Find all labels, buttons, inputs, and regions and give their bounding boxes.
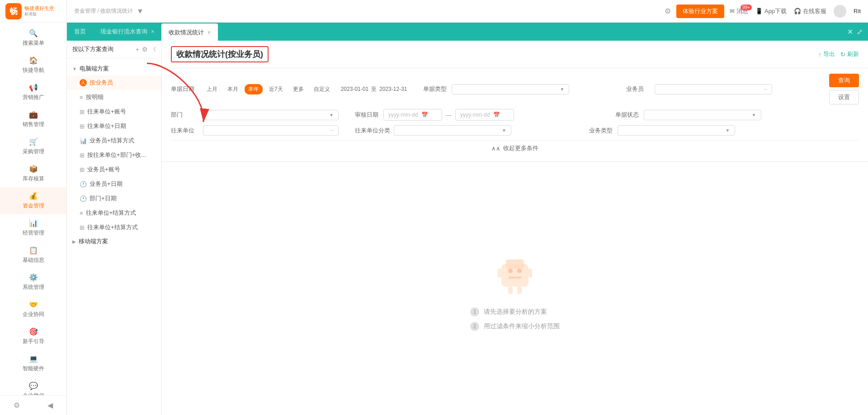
sidebar-item-sales[interactable]: 💼 销售管理	[0, 106, 66, 133]
sidebar-item-quick-nav[interactable]: 🏠 快捷导航	[0, 52, 66, 79]
mobile-arrow-icon: ▶	[72, 239, 76, 244]
unit-payment2-icon: ⊞	[80, 224, 85, 231]
app-download-label: App下载	[764, 7, 787, 15]
tab-home-label: 首页	[74, 28, 86, 36]
sidebar-item-hardware[interactable]: 💻 智能硬件	[0, 350, 66, 377]
sidebar-item-inventory[interactable]: 📦 库存核算	[0, 160, 66, 187]
review-date-start-input[interactable]: yyyy-mm-dd 📅	[383, 109, 442, 121]
sidebar-item-label: 企业协同	[23, 311, 44, 318]
sidebar-item-purchase[interactable]: 🛒 采购管理	[0, 133, 66, 160]
sales-icon: 💼	[29, 110, 38, 119]
partner-category-label: 往来单位分类	[355, 127, 390, 135]
sidebar-item-label: 快捷导航	[23, 66, 44, 74]
user-avatar[interactable]	[834, 5, 846, 18]
page-header: 收款情况统计(按业务员) ↑ 导出 ↻ 刷新	[162, 41, 868, 68]
tab-collection-stat[interactable]: 收款情况统计 ×	[161, 24, 218, 42]
voucher-type-select[interactable]: ▼	[452, 84, 569, 94]
setting-btn[interactable]: 设置	[829, 90, 859, 104]
tab-bank-flow[interactable]: 现金银行流水查询 ×	[93, 23, 161, 41]
tree-item-by-salesperson-payment[interactable]: 📊 业务员+结算方式	[67, 133, 161, 148]
unit-date-icon: ⊞	[80, 123, 85, 130]
app-download-btn[interactable]: 📱 App下载	[755, 7, 787, 15]
dept-label: 部门	[171, 111, 196, 119]
download-icon: 📱	[755, 8, 763, 14]
partner-category-select[interactable]: ▼	[394, 125, 511, 136]
message-btn[interactable]: ✉ 消息 99+	[730, 7, 748, 15]
last-7days-btn[interactable]: 近7天	[265, 84, 287, 94]
guide-icon: 🎯	[29, 327, 38, 336]
salesperson-select[interactable]: ···	[655, 84, 772, 94]
tree-item-by-unit-payment2-label: 往来单位+结算方式	[87, 223, 138, 231]
tab-collection-stat-label: 收款情况统计	[169, 28, 204, 37]
export-btn[interactable]: ↑ 导出	[819, 50, 835, 58]
inventory-icon: 📦	[29, 165, 38, 173]
sidebar-item-system[interactable]: ⚙️ 系统管理	[0, 269, 66, 296]
sidebar-item-marketing[interactable]: 📢 营销推广	[0, 79, 66, 106]
breadcrumb-dropdown-icon[interactable]: ▼	[137, 7, 144, 15]
review-date-end-input[interactable]: yyyy-mm-dd 📅	[455, 109, 514, 121]
this-year-btn[interactable]: 本年	[245, 84, 263, 94]
collapse-more-btn[interactable]: ∧∧ 收起更多条件	[171, 140, 859, 156]
tab-bar: 首页 现金银行流水查询 × 收款情况统计 × ✕ ⤢	[67, 23, 868, 41]
header-actions: ✉ 消息 99+ 📱 App下载 🎧 在线客服 Rit	[730, 5, 861, 18]
window-close-btn[interactable]: ✕	[847, 28, 853, 36]
tree-item-by-unit-payment2[interactable]: ⊞ 往来单位+结算方式	[67, 220, 161, 235]
tab-bank-flow-close[interactable]: ×	[151, 28, 154, 35]
dept-select[interactable]: ▼	[203, 110, 339, 120]
settings-footer-btn[interactable]: ⚙	[14, 401, 20, 410]
tree-item-by-detail[interactable]: ≡ 按明细	[67, 90, 161, 104]
tree-item-by-unit-date[interactable]: ⊞ 往来单位+日期	[67, 119, 161, 133]
empty-state: 1 请先选择要分析的方案 2 用过滤条件来缩小分析范围	[162, 162, 868, 415]
this-month-btn[interactable]: 本月	[224, 84, 242, 94]
tree-item-by-salesperson[interactable]: 人 按业务员	[67, 75, 161, 90]
salesperson-account-icon: ⊞	[80, 166, 85, 173]
unit-payment1-icon: ≡	[80, 210, 83, 217]
search-menu-icon: 🔍	[29, 29, 38, 38]
salesperson-payment-icon: 📊	[80, 137, 87, 144]
date-range: 2023-01-01 至 2023-12-31	[341, 85, 407, 93]
refresh-btn[interactable]: ↻ 刷新	[840, 50, 859, 58]
tree-item-by-salesperson-date[interactable]: 🕐 业务员+日期	[67, 177, 161, 191]
tree-item-by-unit-account[interactable]: ⊞ 往来单位+账号	[67, 104, 161, 119]
tree-group-desktop-header[interactable]: ▼ 电脑端方案	[67, 62, 161, 75]
tree-item-by-unit-payment1[interactable]: ≡ 往来单位+结算方式	[67, 206, 161, 220]
tree-group-desktop: ▼ 电脑端方案 人 按业务员 ≡ 按明细 ⊞ 往	[67, 62, 161, 235]
salesperson-label: 业务员	[626, 85, 651, 93]
sidebar-item-label: 销售管理	[23, 121, 44, 128]
settings-gear-icon[interactable]: ⚙	[665, 7, 671, 15]
panel-settings-btn[interactable]: ⚙	[142, 46, 148, 53]
panel-add-btn[interactable]: +	[136, 46, 139, 53]
tree-item-by-unit-dept[interactable]: ⊞ 按往来单位+部门+收...	[67, 148, 161, 162]
business-type-select[interactable]: ▼	[618, 125, 735, 136]
custom-date-btn[interactable]: 自定义	[310, 84, 334, 94]
last-month-btn[interactable]: 上月	[203, 84, 221, 94]
sidebar-item-operations[interactable]: 📊 经营管理	[0, 214, 66, 241]
panel-collapse-btn[interactable]: 《	[151, 46, 156, 53]
window-maximize-btn[interactable]: ⤢	[857, 28, 863, 36]
query-btn[interactable]: 查询	[829, 74, 859, 87]
system-icon: ⚙️	[29, 273, 38, 282]
dept-date-icon: 🕐	[80, 195, 87, 202]
trial-btn[interactable]: 体验行业方案	[676, 5, 724, 18]
sidebar-item-cooperation[interactable]: 🤝 企业协同	[0, 296, 66, 323]
sidebar-item-finance[interactable]: 💰 资金管理	[0, 187, 66, 214]
tab-home[interactable]: 首页	[67, 23, 93, 41]
tree-item-by-dept-date[interactable]: 🕐 部门+日期	[67, 191, 161, 206]
sidebar-item-basic-info[interactable]: 📋 基础信息	[0, 241, 66, 269]
partner-category-chevron: ▼	[502, 128, 506, 133]
voucher-status-select[interactable]: ▼	[644, 110, 761, 120]
tree-group-mobile-header[interactable]: ▶ 移动端方案	[67, 235, 161, 248]
service-icon: 🎧	[794, 8, 801, 14]
tree-item-by-salesperson-account[interactable]: ⊞ 业务员+账号	[67, 162, 161, 177]
sidebar-item-wechat[interactable]: 💬 企业微信	[0, 377, 66, 395]
more-date-btn[interactable]: 更多	[289, 84, 307, 94]
operations-icon: 📊	[29, 219, 38, 227]
collapse-sidebar-btn[interactable]: ◀	[47, 401, 53, 410]
sidebar-item-label: 企业微信	[23, 392, 44, 395]
partner-select[interactable]: ···	[203, 125, 339, 136]
tab-collection-stat-close[interactable]: ×	[208, 29, 211, 36]
online-service-btn[interactable]: 🎧 在线客服	[794, 7, 826, 15]
sidebar-item-guide[interactable]: 🎯 新手引导	[0, 323, 66, 350]
date-range-start: 2023-01-01	[341, 86, 368, 92]
sidebar-item-search-menu[interactable]: 🔍 搜索菜单	[0, 24, 66, 52]
